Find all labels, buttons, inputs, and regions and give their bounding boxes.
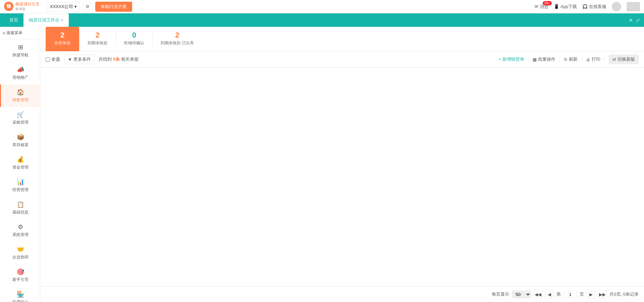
sales-icon: 🏠	[17, 88, 24, 96]
brand-info: 畅捷通好生意 标准版	[15, 2, 40, 11]
stat-tab-shipped[interactable]: 2 到期未收款 已出库	[153, 27, 202, 51]
sidebar-label-inventory: 库存核算	[12, 142, 29, 148]
home-tab-label: 首页	[9, 17, 18, 23]
tab-close-icon[interactable]: ✕	[61, 18, 63, 22]
sidebar-item-base[interactable]: 📋 基础信息	[0, 197, 40, 219]
sidebar-item-sales[interactable]: 🏠 销售管理	[0, 84, 40, 107]
filter-button[interactable]: ▼ 更多条件	[64, 55, 95, 64]
select-all-checkbox[interactable]: 全选	[46, 56, 60, 62]
table-area	[40, 68, 644, 286]
appstore-icon: 🏪	[17, 291, 24, 298]
toolbar-divider-4	[604, 57, 605, 62]
header-right: ✉ 消息 99+ 📱 App下载 🎧 在线客服	[535, 2, 640, 11]
tab-minimize-button[interactable]: ✕	[629, 17, 633, 23]
system-icon: ⚙	[18, 223, 23, 231]
found-text: 共找到 0条 相关单据	[99, 56, 138, 62]
message-nav-item[interactable]: ✉ 消息 99+	[535, 4, 548, 10]
user-name[interactable]	[627, 2, 640, 11]
corp-icon: 🤝	[17, 246, 24, 253]
page-input[interactable]	[564, 291, 577, 298]
tab-cash-flow[interactable]: 钱货日清工作台 ✕	[23, 13, 69, 27]
sidebar-label-quick-nav: 快捷导航	[12, 52, 29, 58]
refresh-icon: ↻	[564, 57, 568, 62]
first-page-button[interactable]: ◀◀	[534, 290, 542, 299]
app-label: App下载	[560, 4, 577, 10]
tab-maximize-button[interactable]: ⤢	[636, 17, 640, 23]
sidebar-item-system[interactable]: ⚙ 系统管理	[0, 219, 40, 242]
trial-button[interactable]: 体验行业方案	[95, 2, 132, 12]
last-page-button[interactable]: ▶▶	[598, 290, 607, 299]
toolbar: 全选 ▼ 更多条件 共找到 0条 相关单据 + 新增销货单 ▦ 批量操作	[40, 51, 644, 68]
marketing-icon: 📣	[17, 66, 24, 73]
toolbar-left: 全选 ▼ 更多条件 共找到 0条 相关单据	[46, 55, 495, 64]
filter-icon: ▼	[68, 57, 72, 62]
sidebar-item-inventory[interactable]: 📦 库存核算	[0, 129, 40, 152]
stat-tab-pending[interactable]: 0 旺铺待确认	[116, 27, 152, 51]
sidebar-item-marketing[interactable]: 📣 营销推广	[0, 62, 40, 84]
message-badge: 99+	[543, 1, 552, 5]
stat-label-pending: 旺铺待确认	[124, 40, 144, 46]
stat-num-shipped: 2	[175, 31, 179, 40]
top-header: 畅 畅捷通好生意 标准版 XXXXX公司 ▾ ⚙ 体验行业方案 ✉ 消息 99+…	[0, 0, 644, 13]
toolbar-divider-3	[582, 57, 582, 62]
search-menu-icon: ≡	[3, 31, 5, 36]
app-download-nav-item[interactable]: 📱 App下载	[554, 4, 577, 10]
stat-label-overdue: 到期未收款	[88, 40, 108, 46]
sidebar-item-finance[interactable]: 💰 资金管理	[0, 152, 40, 174]
print-label: 打印	[592, 56, 600, 62]
refresh-button[interactable]: ↻ 刷新	[564, 56, 578, 62]
per-page-label: 每页显示	[492, 291, 509, 297]
select-all-label: 全选	[51, 56, 60, 62]
sidebar-label-finance: 资金管理	[12, 165, 29, 170]
brand-tag: 标准版	[15, 7, 40, 11]
refresh-label: 刷新	[569, 56, 578, 62]
cash-flow-tab-label: 钱货日清工作台	[29, 17, 59, 23]
company-selector[interactable]: XXXXX公司 ▾	[47, 2, 80, 11]
chevron-down-icon: ▾	[74, 4, 77, 9]
add-order-button[interactable]: + 新增销货单	[499, 56, 524, 62]
sidebar-item-appstore[interactable]: 🏪 应用中心	[0, 287, 40, 302]
batch-label: 批量操作	[538, 56, 555, 62]
main-layout: ≡ 搜索菜单 ⊞ 快捷导航 📣 营销推广 🏠 销售管理 🛒 采购管理 📦 库存核…	[0, 27, 644, 302]
sidebar-label-appstore: 应用中心	[12, 299, 29, 302]
page-suffix: 页	[580, 291, 584, 297]
sidebar-item-corp[interactable]: 🤝 企业协同	[0, 242, 40, 264]
search-menu-label: 搜索菜单	[6, 30, 22, 36]
sidebar-label-guide: 新手引导	[12, 277, 29, 283]
message-icon: ✉	[535, 4, 538, 9]
stat-tab-all[interactable]: 2 全部单据	[46, 27, 79, 51]
batch-operation-button[interactable]: ▦ 批量操作	[533, 56, 555, 62]
prev-page-button[interactable]: ◀	[545, 290, 554, 299]
sidebar-item-guide[interactable]: 🎯 新手引导	[0, 264, 40, 287]
stat-label-all: 全部单据	[54, 40, 70, 46]
per-page-select[interactable]: 50 10 20 100	[512, 291, 531, 298]
toolbar-divider-2	[559, 57, 560, 62]
stat-tab-overdue[interactable]: 2 到期未收款	[79, 27, 116, 51]
settings-button[interactable]: ⚙	[83, 2, 93, 12]
sidebar-item-purchase[interactable]: 🛒 采购管理	[0, 107, 40, 129]
purchase-icon: 🛒	[17, 111, 24, 118]
next-page-button[interactable]: ▶	[587, 290, 595, 299]
service-nav-item[interactable]: 🎧 在线客服	[582, 4, 606, 10]
print-button[interactable]: 🖨 打印	[586, 56, 600, 62]
sidebar-item-operations[interactable]: 📊 经营管理	[0, 174, 40, 197]
inventory-icon: 📦	[17, 133, 24, 141]
guide-icon: 🎯	[17, 268, 24, 276]
user-avatar[interactable]	[612, 2, 621, 11]
brand-logo: 畅 畅捷通好生意 标准版	[4, 2, 44, 11]
switch-version-button[interactable]: ⇄ 切换新版	[609, 55, 639, 64]
total-info: 共0页, 0条记录	[609, 291, 639, 297]
sidebar-search[interactable]: ≡ 搜索菜单	[0, 27, 40, 40]
tab-home[interactable]: 首页	[4, 13, 23, 27]
stat-num-pending: 0	[132, 31, 136, 40]
switch-label: 切换新版	[618, 56, 635, 62]
sidebar-label-base: 基础信息	[12, 209, 29, 215]
found-suffix: 相关单据	[121, 57, 139, 62]
select-all-input[interactable]	[46, 57, 50, 62]
toolbar-right: + 新增销货单 ▦ 批量操作 ↻ 刷新 🖨 打印 ⇄	[499, 55, 639, 64]
stat-label-shipped: 到期未收款 已出库	[161, 40, 194, 46]
sidebar-label-sales: 销售管理	[12, 97, 29, 103]
sidebar-label-purchase: 采购管理	[12, 120, 29, 125]
gear-icon: ⚙	[86, 4, 90, 9]
sidebar-item-quick-nav[interactable]: ⊞ 快捷导航	[0, 40, 40, 62]
